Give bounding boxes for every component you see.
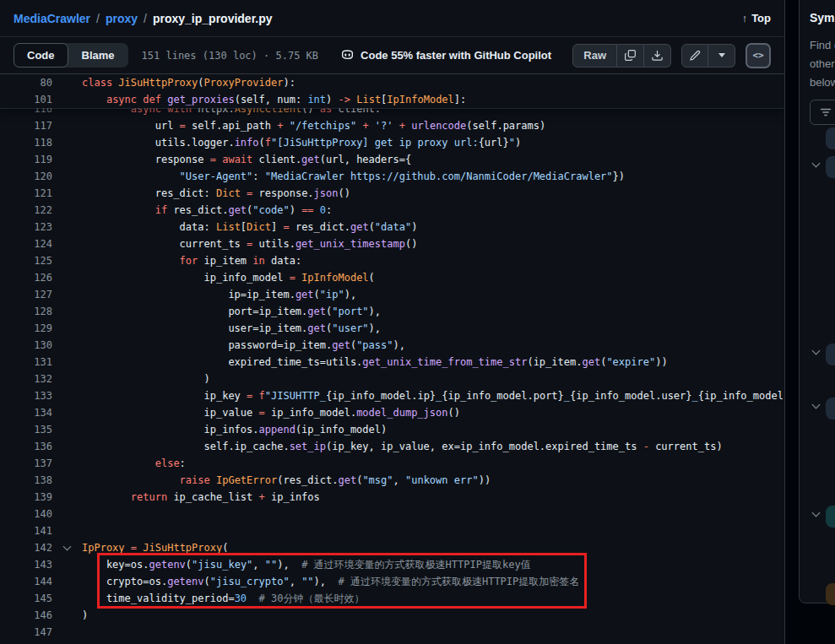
tab-code[interactable]: Code (14, 43, 68, 68)
line-number[interactable]: 131 (0, 354, 52, 371)
copy-raw-button[interactable] (617, 44, 644, 68)
symbols-filter-input[interactable] (810, 100, 835, 125)
raw-button[interactable]: Raw (572, 44, 617, 68)
fold-gutter (52, 404, 82, 421)
line-number[interactable]: 146 (0, 607, 52, 624)
line-number[interactable]: 122 (0, 202, 52, 219)
line-number[interactable]: 130 (0, 337, 52, 354)
code-text: utils.logger.info(f"[JiSuHttpProxy] get … (82, 134, 521, 151)
edit-button[interactable] (681, 44, 708, 68)
code-line: 136 self.ip_cache.set_ip(ip_key, ip_valu… (0, 438, 784, 455)
line-number[interactable]: 80 (0, 74, 52, 91)
fold-gutter (52, 624, 82, 641)
code-line: 138 raise IpGetError(res_dict.get("msg",… (0, 472, 784, 489)
line-number[interactable]: 101 (0, 91, 52, 108)
breadcrumb-repo-link[interactable]: MediaCrawler (14, 12, 90, 25)
code-text: self.ip_cache.set_ip(ip_key, ip_value, e… (82, 438, 723, 455)
fold-gutter (52, 303, 82, 320)
code-text: ) (82, 371, 210, 387)
code-text: IpProxy = JiSuHttpProxy( (82, 539, 228, 556)
download-button[interactable] (644, 44, 671, 68)
chevron-down-icon[interactable] (812, 347, 821, 355)
fold-gutter (52, 202, 82, 219)
edit-dropdown-button[interactable] (708, 44, 735, 68)
fold-gutter (52, 387, 82, 404)
code-text: raise IpGetError(res_dict.get("msg", "un… (82, 472, 491, 489)
fold-gutter (52, 168, 82, 185)
line-number[interactable]: 118 (0, 134, 52, 151)
line-number[interactable]: 133 (0, 387, 52, 404)
code-line: 137 else: (0, 455, 784, 472)
line-number[interactable]: 136 (0, 438, 52, 455)
fold-gutter (52, 219, 82, 235)
tab-blame[interactable]: Blame (68, 43, 128, 68)
symbols-description-line: below. (810, 73, 835, 92)
code-line: 141 (0, 522, 784, 539)
code-line: 135 ip_infos.append(ip_info_model) (0, 421, 784, 438)
code-text: ) (82, 607, 88, 624)
code-text: if res_dict.get("code") == 0: (82, 202, 332, 219)
fold-gutter (52, 506, 82, 522)
fold-gutter (52, 269, 82, 286)
line-number[interactable]: 117 (0, 117, 52, 134)
code-text: key=os.getenv("jisu_key", ""), # 通过环境变量的… (82, 556, 531, 573)
fold-gutter (52, 337, 82, 354)
line-number[interactable]: 145 (0, 590, 52, 607)
line-number[interactable]: 144 (0, 573, 52, 590)
chevron-down-icon[interactable] (812, 401, 821, 409)
symbol-pill[interactable] (826, 156, 835, 178)
line-number[interactable]: 140 (0, 506, 52, 522)
line-number[interactable]: 123 (0, 219, 52, 235)
line-number[interactable]: 119 (0, 151, 52, 168)
code-text: ip_value = ip_info_model.model_dump_json… (82, 404, 460, 421)
code-line: 117 url = self.api_path + "/fetchips" + … (0, 117, 784, 134)
symbol-pill[interactable] (826, 506, 835, 528)
code-line: 133 ip_key = f"JISUHTTP_{ip_info_model.i… (0, 387, 784, 404)
line-number[interactable]: 128 (0, 303, 52, 320)
filter-icon (819, 106, 832, 119)
fold-gutter (52, 320, 82, 337)
symbols-description-line: Find definitions and references for func… (810, 36, 835, 55)
symbol-pill[interactable] (826, 344, 835, 365)
code-text: ip_infos.append(ip_info_model) (82, 421, 387, 438)
code-line: 122 if res_dict.get("code") == 0: (0, 202, 784, 219)
line-number[interactable]: 125 (0, 252, 52, 269)
symbol-pill[interactable] (826, 127, 835, 149)
line-number[interactable]: 143 (0, 556, 52, 573)
symbols-panel-toggle[interactable]: <> (746, 43, 771, 68)
line-number[interactable]: 132 (0, 371, 52, 387)
chevron-down-icon[interactable] (812, 160, 821, 168)
code-line: 101 async def get_proxies(self, num: int… (0, 91, 784, 108)
symbol-pill[interactable] (826, 583, 835, 605)
fold-gutter (52, 252, 82, 269)
code-text: response = await client.get(url, headers… (82, 151, 411, 168)
line-number[interactable]: 121 (0, 185, 52, 202)
line-number[interactable]: 120 (0, 168, 52, 185)
fold-gutter (52, 74, 82, 91)
line-number[interactable]: 135 (0, 421, 52, 438)
line-number[interactable]: 137 (0, 455, 52, 472)
line-number[interactable]: 147 (0, 624, 52, 641)
line-number[interactable]: 138 (0, 472, 52, 489)
code-line: 145 time_validity_period=30 # 30分钟（最长时效） (0, 590, 784, 607)
line-number[interactable]: 141 (0, 522, 52, 539)
line-number[interactable]: 124 (0, 235, 52, 252)
chevron-down-icon[interactable] (812, 509, 821, 517)
symbols-panel-description: Find definitions and references for func… (810, 36, 835, 92)
symbol-pill[interactable] (826, 398, 835, 419)
back-to-top-link[interactable]: ↑ Top (742, 12, 771, 24)
chevron-down-icon[interactable] (63, 542, 72, 550)
line-number[interactable]: 127 (0, 286, 52, 303)
breadcrumb-folder-link[interactable]: proxy (106, 12, 138, 25)
line-number[interactable]: 129 (0, 320, 52, 337)
download-icon (651, 49, 664, 62)
line-number[interactable]: 139 (0, 489, 52, 506)
code-line: 118 utils.logger.info(f"[JiSuHttpProxy] … (0, 134, 784, 151)
line-number[interactable]: 134 (0, 404, 52, 421)
copilot-banner[interactable]: Code 55% faster with GitHub Copilot (340, 48, 551, 62)
code-lines: 116 async with httpx.AsyncClient() as cl… (0, 100, 784, 641)
line-number[interactable]: 126 (0, 269, 52, 286)
fold-gutter (52, 472, 82, 489)
code-text: time_validity_period=30 # 30分钟（最长时效） (82, 590, 364, 607)
line-number[interactable]: 142 (0, 539, 52, 556)
